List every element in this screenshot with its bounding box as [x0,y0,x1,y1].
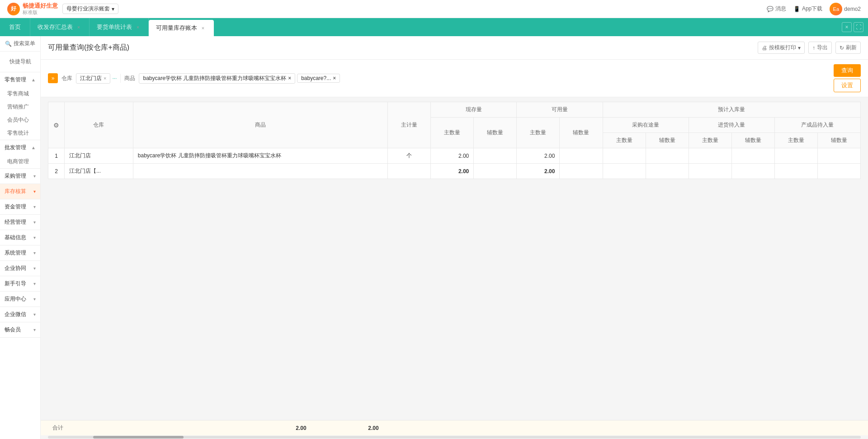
product-tag-2[interactable]: babycare?... × [297,74,340,83]
row1-product: babycare学饮杯 儿童防摔防撞吸管杯重力球吸嘴杯宝宝水杯 [133,148,387,164]
app-download-btn[interactable]: 📱 App下载 [793,5,822,13]
sidebar-section-purchase: 采购管理 ▾ [0,169,40,184]
operations-section-header[interactable]: 经营管理 ▾ [0,215,40,230]
warehouse-tag[interactable]: 江北门店 × [76,73,110,84]
logo-icon: 好 [7,3,20,15]
tab-available-inventory[interactable]: 可用量库存账本 × [149,20,214,36]
warehouse-label: 仓库 [61,75,72,82]
print-chevron-icon: ▾ [798,45,801,51]
newbie-arrow: ▾ [33,281,36,286]
export-icon: ↑ [812,45,815,51]
query-btn[interactable]: 查询 [834,64,861,77]
warehouse-more-btn[interactable]: ··· [112,75,117,81]
product-tag-1[interactable]: babycare学饮杯 儿童防摔防撞吸管杯重力球吸嘴杯宝宝水杯 × [139,73,295,84]
product-tag-2-close[interactable]: × [333,75,336,81]
table-header-row-1: ⚙ 仓库 商品 主计量 现存量 可用量 预计入库量 [48,102,861,118]
search-menu-btn[interactable]: 🔍 搜索菜单 [5,40,35,47]
search-menu-label: 搜索菜单 [14,40,35,47]
tab-receipt-summary-close[interactable]: × [75,24,82,30]
sidebar-section-enterprise: 企业协同 ▾ [0,261,40,276]
appstore-section-header[interactable]: 应用中心 ▾ [0,292,40,307]
summary-avail-main: 2.00 [355,425,392,431]
refresh-btn[interactable]: ↻ 刷新 [835,42,861,54]
product-tag-1-close[interactable]: × [288,75,291,81]
th-settings[interactable]: ⚙ [48,102,65,148]
settings-btn[interactable]: 设置 [834,79,861,92]
system-section-header[interactable]: 系统管理 ▾ [0,245,40,260]
product-tag-1-text: babycare学饮杯 儿童防摔防撞吸管杯重力球吸嘴杯宝宝水杯 [143,75,286,82]
sidebar-item-member[interactable]: 会员中心 [0,113,40,127]
sidebar-item-ecommerce[interactable]: 电商管理 [0,155,40,168]
th-purchase-onway-aux: 辅数量 [646,133,689,148]
row2-production-aux [817,164,860,179]
sidebar-section-retail: 零售管理 ▲ 零售商城 营销推广 会员中心 零售统计 [0,72,40,140]
breadcrumb-tag: 标准版 [23,9,58,15]
table-row: 1 江北门店 babycare学饮杯 儿童防摔防撞吸管杯重力球吸嘴杯宝宝水杯 个… [48,148,861,164]
purchase-section-header[interactable]: 采购管理 ▾ [0,169,40,184]
industry-select[interactable]: 母婴行业演示账套 ▾ [62,4,118,14]
sidebar-quick-nav[interactable]: 快捷导航 [0,55,40,68]
row2-purchase-onway-main [603,164,646,179]
export-btn[interactable]: ↑ 导出 [808,42,832,54]
page-header: 可用量查询(按仓库+商品) 🖨 按模板打印 ▾ ↑ 导出 ↻ 刷新 [41,36,868,60]
product-tag-2-text: babycare?... [301,75,331,81]
sidebar-search[interactable]: 🔍 搜索菜单 [0,36,40,52]
tab-receipt-summary-label: 收发存汇总表 [38,23,73,31]
print-template-btn[interactable]: 🖨 按模板打印 ▾ [758,42,805,54]
sidebar-item-retail-stats[interactable]: 零售统计 [0,127,40,140]
newbie-label: 新手引导 [5,280,26,288]
tab-order-stats-close[interactable]: × [135,24,141,30]
tab-available-inventory-label: 可用量库存账本 [156,24,197,32]
chevron-down-icon: ▾ [112,6,114,12]
row2-unit [388,164,431,179]
warehouse-tag-close[interactable]: × [104,76,106,81]
refresh-label: 刷新 [846,44,857,52]
filter-btn-group: 查询 设置 [834,64,861,92]
newbie-section-header[interactable]: 新手引导 ▾ [0,276,40,291]
tab-receipt-summary[interactable]: 收发存汇总表 × [30,18,90,36]
wholesale-section-header[interactable]: 批发管理 ▲ [0,140,40,155]
th-main-unit: 主计量 [388,102,431,148]
expand-filter-btn[interactable]: » [48,73,58,83]
sidebar-item-retail-mall[interactable]: 零售商城 [0,87,40,100]
th-warehouse: 仓库 [65,102,133,148]
row2-product [133,164,387,179]
scroll-bar-thumb[interactable] [93,436,184,439]
tab-home[interactable]: 首页 [0,18,30,36]
top-bar-left: 好 畅捷通好生意 标准版 母婴行业演示账套 ▾ [7,2,118,15]
wechat-section-header[interactable]: 企业微信 ▾ [0,307,40,322]
fullscreen-btn[interactable]: ⛶ [854,22,863,32]
tab-order-stats[interactable]: 要货单统计表 × [90,18,149,36]
sidebar-item-marketing[interactable]: 营销推广 [0,100,40,113]
scroll-bar-track[interactable] [48,436,861,439]
message-btn[interactable]: 💬 消息 [767,5,786,13]
sidebar-nav: 快捷导航 [0,52,40,72]
gear-icon: ⚙ [53,122,59,129]
print-icon: 🖨 [762,45,767,51]
system-label: 系统管理 [5,249,26,257]
th-production-aux: 辅数量 [817,133,860,148]
top-bar-right: 💬 消息 📱 App下载 Ea demo2 [767,3,861,15]
th-current-stock: 现存量 [431,102,517,118]
user-menu[interactable]: Ea demo2 [830,3,861,15]
row2-index: 2 [48,164,65,179]
inventory-section-header[interactable]: 库存核算 ▾ [0,184,40,199]
page-title: 可用量查询(按仓库+商品) [48,43,129,52]
row1-stock-main: 2.00 [431,148,474,164]
wechat-label: 企业微信 [5,311,26,318]
enterprise-section-header[interactable]: 企业协同 ▾ [0,261,40,276]
th-production-main: 主数量 [774,133,817,148]
sidebar-section-system: 系统管理 ▾ [0,245,40,261]
basic-section-header[interactable]: 基础信息 ▾ [0,230,40,245]
inventory-label: 库存核算 [5,188,26,195]
finance-section-header[interactable]: 资金管理 ▾ [0,199,40,214]
retail-label: 零售管理 [5,76,26,84]
refresh-icon: ↻ [840,45,844,51]
close-all-btn[interactable]: × [842,22,852,32]
row1-incoming-aux [731,148,774,164]
retail-section-header[interactable]: 零售管理 ▲ [0,72,40,87]
th-production: 产成品待入量 [774,118,860,133]
export-label: 导出 [817,44,828,52]
vip-section-header[interactable]: 畅会员 ▾ [0,322,40,337]
tab-available-inventory-close[interactable]: × [200,25,206,31]
